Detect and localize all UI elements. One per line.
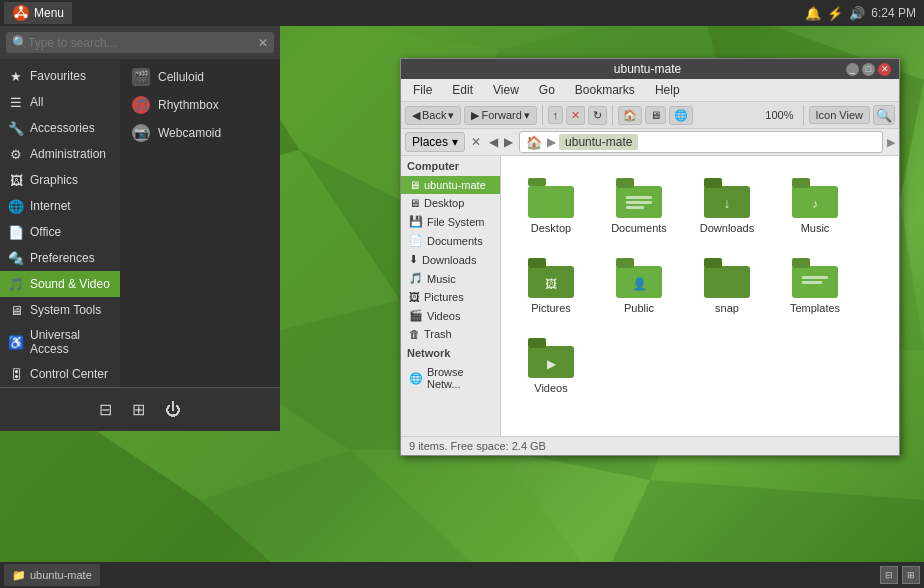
file-item-snap[interactable]: snap: [687, 246, 767, 318]
places-chevron-icon: ▾: [452, 135, 458, 149]
lock-screen-button[interactable]: ⊟: [95, 396, 116, 423]
sidebar-item-control-center[interactable]: 🎛 Control Center: [0, 361, 120, 387]
place-label: Music: [427, 273, 456, 285]
svg-text:👤: 👤: [632, 276, 647, 291]
fm-view-mode[interactable]: Icon View: [809, 106, 871, 124]
internet-icon: 🌐: [8, 198, 24, 214]
fm-search-button[interactable]: 🔍: [873, 105, 895, 125]
fm-menu-edit[interactable]: Edit: [448, 81, 477, 99]
menu-button[interactable]: Menu: [4, 2, 72, 24]
sidebar-item-label: All: [30, 95, 43, 109]
fm-up-button[interactable]: ↑: [548, 106, 564, 124]
sidebar-item-label: Accessories: [30, 121, 95, 135]
breadcrumb-forward-arrow[interactable]: ▶: [502, 133, 515, 151]
fm-menu-file[interactable]: File: [409, 81, 436, 99]
sidebar-item-universal-access[interactable]: ♿ Universal Access: [0, 323, 120, 361]
sidebar-item-internet[interactable]: 🌐 Internet: [0, 193, 120, 219]
place-desktop[interactable]: 🖥 Desktop: [401, 194, 500, 212]
fm-forward-button[interactable]: ▶ Forward ▾: [464, 106, 536, 125]
file-item-videos[interactable]: ▶ Videos: [511, 326, 591, 398]
fm-menu-view[interactable]: View: [489, 81, 523, 99]
fm-places-close-icon[interactable]: ✕: [469, 135, 483, 149]
sidebar-item-accessories[interactable]: 🔧 Accessories: [0, 115, 120, 141]
volume-icon[interactable]: 🔊: [849, 6, 865, 21]
breadcrumb-home-icon[interactable]: 🏠: [526, 135, 542, 150]
file-label: Pictures: [531, 302, 571, 314]
file-item-documents[interactable]: Documents: [599, 166, 679, 238]
svg-rect-51: [528, 338, 546, 348]
sidebar-item-preferences[interactable]: 🔩 Preferences: [0, 245, 120, 271]
fm-computer-button[interactable]: 🖥: [645, 106, 666, 124]
app-webcamoid[interactable]: 📷 Webcamoid: [124, 119, 276, 147]
show-desktop-button-1[interactable]: ⊟: [880, 566, 898, 584]
sidebar-item-sound-video[interactable]: 🎵 Sound & Video: [0, 271, 120, 297]
place-browse-network[interactable]: 🌐 Browse Netw...: [401, 363, 500, 393]
file-item-downloads[interactable]: ↓ Downloads: [687, 166, 767, 238]
place-downloads[interactable]: ⬇ Downloads: [401, 250, 500, 269]
taskbar-window-ubuntu-mate[interactable]: 📁 ubuntu-mate: [4, 564, 100, 586]
menu-bottom: ⊟ ⊞ ⏻: [0, 387, 280, 431]
fm-network-button[interactable]: 🌐: [669, 106, 693, 125]
toolbar-separator-3: [803, 105, 804, 125]
place-pictures[interactable]: 🖼 Pictures: [401, 288, 500, 306]
file-item-music[interactable]: ♪ Music: [775, 166, 855, 238]
menu-categories: ★ Favourites ☰ All 🔧 Accessories ⚙ Admin…: [0, 59, 120, 387]
breadcrumb-back-arrow[interactable]: ◀: [487, 133, 500, 151]
accessories-icon: 🔧: [8, 120, 24, 136]
fm-reload-button[interactable]: ↻: [588, 106, 607, 125]
place-videos[interactable]: 🎬 Videos: [401, 306, 500, 325]
show-desktop-button-2[interactable]: ⊞: [902, 566, 920, 584]
file-item-public[interactable]: 👤 Public: [599, 246, 679, 318]
place-music[interactable]: 🎵 Music: [401, 269, 500, 288]
file-label: Videos: [534, 382, 567, 394]
sidebar-item-system-tools[interactable]: 🖥 System Tools: [0, 297, 120, 323]
place-ubuntu-mate[interactable]: 🖥 ubuntu-mate: [401, 176, 500, 194]
sidebar-item-label: Sound & Video: [30, 277, 110, 291]
sidebar-item-all[interactable]: ☰ All: [0, 89, 120, 115]
fm-maximize-button[interactable]: □: [862, 63, 875, 76]
search-close-icon[interactable]: ✕: [258, 36, 268, 50]
notification-icon[interactable]: 🔔: [805, 6, 821, 21]
documents-place-icon: 📄: [409, 234, 423, 247]
favourites-icon: ★: [8, 68, 24, 84]
search-bar[interactable]: 🔍 ✕: [6, 32, 274, 53]
fm-menu-go[interactable]: Go: [535, 81, 559, 99]
file-manager-window: ubuntu-mate _ □ ✕ File Edit View Go Book…: [400, 58, 900, 456]
sidebar-item-graphics[interactable]: 🖼 Graphics: [0, 167, 120, 193]
taskbar-top-right: 🔔 ⚡ 🔊 6:24 PM: [805, 6, 924, 21]
webcamoid-icon: 📷: [132, 124, 150, 142]
sidebar-item-administration[interactable]: ⚙ Administration: [0, 141, 120, 167]
places-label: Places: [412, 135, 448, 149]
fm-stop-button[interactable]: ✕: [566, 106, 585, 125]
app-celluloid[interactable]: 🎬 Celluloid: [124, 63, 276, 91]
sidebar-item-office[interactable]: 📄 Office: [0, 219, 120, 245]
place-trash[interactable]: 🗑 Trash: [401, 325, 500, 343]
fm-minimize-button[interactable]: _: [846, 63, 859, 76]
file-item-templates[interactable]: Templates: [775, 246, 855, 318]
fm-places-button[interactable]: Places ▾: [405, 132, 465, 152]
sidebar-item-favourites[interactable]: ★ Favourites: [0, 63, 120, 89]
sidebar-item-label: Control Center: [30, 367, 108, 381]
fm-home-button[interactable]: 🏠: [618, 106, 642, 125]
file-label: Desktop: [531, 222, 571, 234]
file-item-desktop[interactable]: Desktop: [511, 166, 591, 238]
place-documents[interactable]: 📄 Documents: [401, 231, 500, 250]
app-rhythmbox[interactable]: 🎵 Rhythmbox: [124, 91, 276, 119]
fm-menu-help[interactable]: Help: [651, 81, 684, 99]
search-icon: 🔍: [12, 35, 28, 50]
switch-user-button[interactable]: ⊞: [128, 396, 149, 423]
fm-back-button[interactable]: ◀ Back ▾: [405, 106, 461, 125]
search-input[interactable]: [28, 36, 258, 50]
fm-close-button[interactable]: ✕: [878, 63, 891, 76]
taskbar-top-left: Menu: [0, 2, 72, 24]
breadcrumb-current: ubuntu-mate: [559, 134, 638, 150]
sidebar-item-label: Favourites: [30, 69, 86, 83]
place-filesystem[interactable]: 💾 File System: [401, 212, 500, 231]
file-item-pictures[interactable]: 🖼 Pictures: [511, 246, 591, 318]
control-center-icon: 🎛: [8, 366, 24, 382]
back-label: Back: [422, 109, 446, 121]
power-icon[interactable]: ⚡: [827, 6, 843, 21]
fm-menu-bookmarks[interactable]: Bookmarks: [571, 81, 639, 99]
svg-rect-28: [616, 178, 634, 188]
power-button[interactable]: ⏻: [161, 397, 185, 423]
